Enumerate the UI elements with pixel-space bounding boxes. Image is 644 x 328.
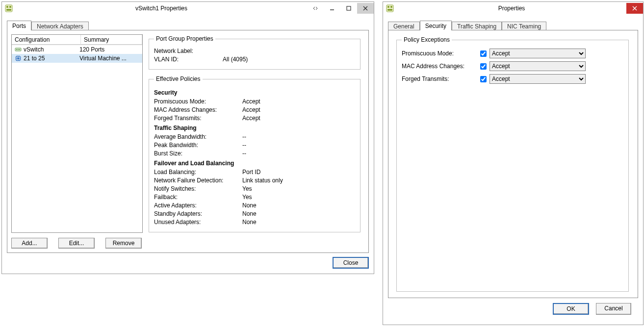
ok-button[interactable]: OK bbox=[553, 303, 589, 315]
svg-rect-9 bbox=[16, 49, 17, 50]
close-button[interactable] bbox=[626, 3, 643, 14]
maximize-button[interactable] bbox=[340, 3, 357, 14]
promiscuous-select[interactable]: Accept bbox=[489, 49, 586, 58]
switch-icon bbox=[15, 46, 22, 53]
mac-changes-key: MAC Address Changes: bbox=[154, 106, 242, 113]
edit-button[interactable]: Edit... bbox=[58, 238, 95, 249]
legend: Port Group Properties bbox=[154, 35, 215, 42]
failback-key: Failback: bbox=[154, 194, 242, 201]
standby-value: None bbox=[242, 210, 355, 217]
burst-value: -- bbox=[242, 150, 355, 157]
policy-exceptions: Policy Exceptions Promiscuous Mode: Acce… bbox=[396, 36, 629, 292]
svg-rect-18 bbox=[387, 9, 392, 11]
detect-value: Link status only bbox=[242, 177, 355, 184]
vlan-id-key: VLAN ID: bbox=[154, 56, 223, 63]
svg-rect-11 bbox=[19, 49, 20, 50]
legend: Policy Exceptions bbox=[402, 36, 452, 43]
svg-rect-3 bbox=[6, 9, 11, 11]
peak-bw-key: Peak Bandwidth: bbox=[154, 142, 242, 149]
promiscuous-checkbox[interactable] bbox=[480, 50, 487, 57]
vlan-id-value: All (4095) bbox=[223, 56, 355, 63]
close-dialog-button[interactable]: Close bbox=[333, 257, 369, 269]
forged-key: Forged Transmits: bbox=[154, 115, 242, 122]
col-configuration[interactable]: Configuration bbox=[12, 35, 81, 45]
svg-rect-5 bbox=[347, 6, 351, 10]
cell-config: 21 to 25 bbox=[24, 55, 45, 62]
cell-config: vSwitch bbox=[24, 46, 44, 53]
forged-value: Accept bbox=[242, 115, 355, 122]
forged-select[interactable]: Accept bbox=[489, 74, 586, 84]
active-value: None bbox=[242, 202, 355, 209]
port-group-properties: Port Group Properties Network Label: VLA… bbox=[149, 35, 361, 70]
tabstrip: General Security Traffic Shaping NIC Tea… bbox=[388, 19, 638, 30]
notify-value: Yes bbox=[242, 185, 355, 192]
tabpanel-ports: Configuration Summary vSwitch 120 Ports bbox=[7, 30, 369, 253]
list-row-portgroup[interactable]: 21 to 25 Virtual Machine ... bbox=[12, 54, 142, 63]
notify-key: Notify Switches: bbox=[154, 185, 242, 192]
col-summary[interactable]: Summary bbox=[81, 35, 142, 45]
cell-summary: 120 Ports bbox=[79, 46, 104, 53]
window-controls bbox=[307, 3, 374, 14]
shaping-header: Traffic Shaping bbox=[154, 125, 355, 131]
resize-button[interactable] bbox=[307, 3, 324, 14]
failover-header: Failover and Load Balancing bbox=[154, 160, 355, 167]
lb-key: Load Balancing: bbox=[154, 169, 242, 176]
lb-value: Port ID bbox=[242, 169, 355, 176]
svg-rect-10 bbox=[18, 49, 19, 50]
avg-bw-value: -- bbox=[242, 133, 355, 140]
window-title: Properties bbox=[397, 5, 626, 12]
burst-key: Burst Size: bbox=[154, 150, 242, 157]
network-label-value bbox=[223, 48, 355, 54]
cancel-button[interactable]: Cancel bbox=[596, 303, 631, 315]
list-row-vswitch[interactable]: vSwitch 120 Ports bbox=[12, 45, 142, 54]
forged-checkbox[interactable] bbox=[480, 76, 487, 82]
mac-changes-checkbox[interactable] bbox=[480, 63, 487, 70]
mac-changes-label: MAC Address Changes: bbox=[402, 63, 480, 70]
unused-key: Unused Adapters: bbox=[154, 219, 242, 226]
promiscuous-label: Promiscuous Mode: bbox=[402, 50, 480, 57]
security-header: Security bbox=[154, 89, 355, 96]
peak-bw-value: -- bbox=[242, 142, 355, 149]
mac-changes-value: Accept bbox=[242, 106, 355, 113]
tabpanel-security: Policy Exceptions Promiscuous Mode: Acce… bbox=[388, 30, 638, 298]
svg-point-12 bbox=[15, 55, 21, 61]
svg-rect-16 bbox=[387, 6, 389, 8]
svg-rect-2 bbox=[9, 6, 11, 8]
window-controls bbox=[626, 3, 643, 14]
portgroup-properties-window: Properties General Security Traffic Shap… bbox=[383, 1, 644, 325]
unused-value: None bbox=[242, 219, 355, 226]
promiscuous-value: Accept bbox=[242, 98, 355, 105]
details-scroll[interactable]: Port Group Properties Network Label: VLA… bbox=[148, 34, 364, 249]
svg-rect-17 bbox=[390, 6, 392, 8]
vsphere-icon bbox=[5, 4, 13, 12]
tab-ports[interactable]: Ports bbox=[7, 21, 31, 30]
tabstrip: Ports Network Adapters bbox=[7, 19, 369, 30]
vsphere-icon bbox=[386, 4, 394, 12]
avg-bw-key: Average Bandwidth: bbox=[154, 133, 242, 140]
tab-security[interactable]: Security bbox=[420, 21, 452, 30]
svg-rect-1 bbox=[6, 6, 8, 8]
titlebar[interactable]: vSwitch1 Properties bbox=[2, 2, 374, 15]
legend: Effective Policies bbox=[154, 76, 203, 82]
forged-label: Forged Transmits: bbox=[402, 76, 480, 82]
mac-changes-select[interactable]: Accept bbox=[489, 61, 586, 71]
cell-summary: Virtual Machine ... bbox=[79, 55, 127, 62]
detect-key: Network Failure Detection: bbox=[154, 177, 242, 184]
close-button[interactable] bbox=[357, 3, 374, 14]
network-label-key: Network Label: bbox=[154, 48, 223, 54]
globe-icon bbox=[15, 55, 22, 62]
vswitch-properties-window: vSwitch1 Properties Ports Network Adapte… bbox=[1, 1, 374, 274]
standby-key: Standby Adapters: bbox=[154, 210, 242, 217]
effective-policies: Effective Policies Security Promiscuous … bbox=[149, 76, 361, 232]
failback-value: Yes bbox=[242, 194, 355, 201]
promiscuous-key: Promiscuous Mode: bbox=[154, 98, 242, 105]
add-button[interactable]: Add... bbox=[11, 238, 48, 249]
window-title: vSwitch1 Properties bbox=[16, 5, 307, 12]
active-key: Active Adapters: bbox=[154, 202, 242, 209]
titlebar[interactable]: Properties bbox=[383, 2, 643, 15]
minimize-button[interactable] bbox=[324, 3, 340, 14]
config-list[interactable]: Configuration Summary vSwitch 120 Ports bbox=[11, 34, 143, 233]
remove-button[interactable]: Remove bbox=[105, 238, 142, 249]
